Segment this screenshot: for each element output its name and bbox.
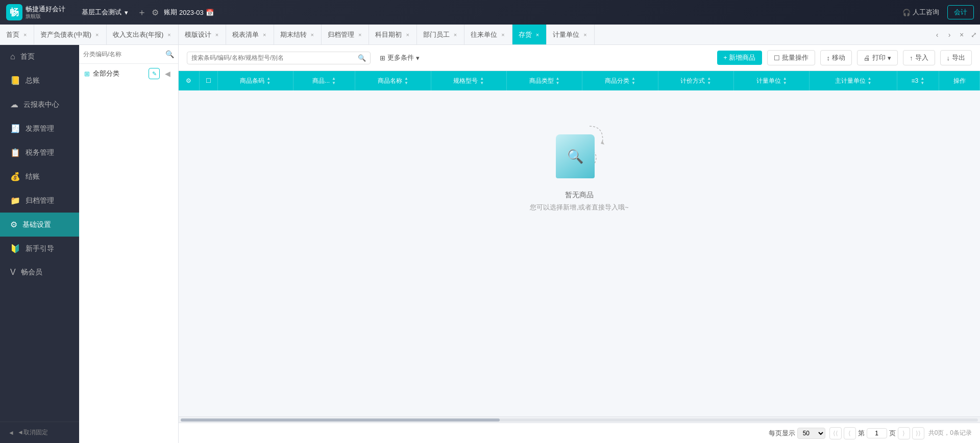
sidebar-item-archive[interactable]: 📁 归档管理 [0, 189, 79, 213]
guide-icon: 🔰 [10, 244, 20, 253]
sort-col3-icon: ▲▼ [920, 76, 924, 85]
tab-expand-button[interactable]: ⤢ [968, 25, 980, 45]
toolbar: 🔍 ⊞ 更多条件 ▾ + 新增商品 ☐ 批量操作 [179, 45, 980, 71]
th-checkbox[interactable]: ☐ [199, 71, 217, 90]
sidebar-item-settle[interactable]: 💰 结账 [0, 165, 79, 189]
sidebar-item-member[interactable]: V 畅会员 [0, 261, 79, 284]
filter-icon: ⊞ [380, 54, 385, 62]
page-navigation: ⟨⟨ ⟨ 第 页 ⟩ ⟩⟩ [829, 427, 924, 439]
tab-close-template[interactable]: × [214, 32, 219, 38]
export-button[interactable]: ↓ 导出 [940, 50, 972, 65]
th-unit[interactable]: 计量单位 ▲▼ [733, 71, 809, 90]
th-code[interactable]: 商品... ▲▼ [293, 71, 355, 90]
tab-archive[interactable]: 归档管理 × [322, 25, 369, 44]
add-tab-button[interactable]: ＋ [137, 6, 146, 18]
import-button[interactable]: ↑ 导入 [903, 50, 935, 65]
ledger-icon: 📒 [10, 76, 20, 85]
all-category-item[interactable]: ⊞ 全部分类 ✎ ◀ [79, 64, 178, 83]
tab-close-taxclear[interactable]: × [262, 32, 267, 38]
th-name[interactable]: 商品名称 ▲▼ [355, 71, 431, 90]
tab-close-subjectinit[interactable]: × [405, 32, 410, 38]
tab-close-home[interactable]: × [22, 32, 28, 38]
member-icon: V [10, 268, 16, 277]
settings-icon: ⚙ [10, 220, 17, 229]
company-selector[interactable]: 基层工会测试 ▾ [78, 6, 132, 19]
horizontal-scrollbar[interactable] [179, 416, 980, 423]
tab-close-contacts[interactable]: × [500, 32, 505, 38]
tab-income[interactable]: 收入支出表(年报) × [107, 25, 179, 44]
last-page-button[interactable]: ⟩⟩ [912, 427, 924, 439]
total-records: 共0页，0条记录 [928, 429, 972, 437]
calendar-icon[interactable]: 📅 [206, 9, 214, 16]
tab-bar: 首页 × 资产负债表(中期) × 收入支出表(年报) × 模版设计 × 税表清单… [0, 25, 980, 45]
next-page-button[interactable]: ⟩ [898, 427, 910, 439]
page-number-input[interactable] [867, 428, 887, 438]
tab-balance[interactable]: 资产负债表(中期) × [34, 25, 106, 44]
print-button[interactable]: 🖨 打印 ▾ [857, 50, 898, 65]
tab-subjectinit[interactable]: 科目期初 × [369, 25, 416, 44]
th-main-unit[interactable]: 主计量单位 ▲▼ [810, 71, 897, 90]
prev-page-button[interactable]: ⟨ [844, 427, 856, 439]
tab-close-inventory[interactable]: × [535, 32, 540, 38]
sidebar-item-tax[interactable]: 📋 税务管理 [0, 141, 79, 165]
category-edit-button[interactable]: ✎ [149, 68, 160, 79]
category-search-input[interactable] [83, 51, 163, 58]
add-product-button[interactable]: + 新增商品 [717, 51, 762, 65]
tab-close-deptstaff[interactable]: × [453, 32, 458, 38]
app-logo-icon: 畅 [6, 4, 22, 20]
sidebar-item-home[interactable]: ⌂ 首页 [0, 45, 79, 68]
tab-close-archive[interactable]: × [357, 32, 362, 38]
sort-barcode-icon: ▲▼ [266, 76, 271, 85]
th-spec[interactable]: 规格型号 ▲▼ [431, 71, 506, 90]
print-dropdown-icon: ▾ [888, 54, 891, 62]
settings-icon-button[interactable]: ⚙ [152, 8, 159, 17]
tab-close-all-button[interactable]: × [955, 25, 968, 45]
tab-unit[interactable]: 计量单位 × [547, 25, 594, 44]
tab-close-periodend[interactable]: × [310, 32, 315, 38]
category-collapse-button[interactable]: ◀ [162, 68, 173, 79]
tab-taxclear[interactable]: 税表清单 × [226, 25, 274, 44]
page-size-select[interactable]: 50 20 100 200 [797, 428, 825, 439]
tab-inventory[interactable]: 存货 × [512, 25, 547, 44]
th-type[interactable]: 商品类型 ▲▼ [506, 71, 582, 90]
th-barcode[interactable]: 商品条码 ▲▼ [217, 71, 293, 90]
sidebar-unpin-button[interactable]: ◄ ◄取消固定 [0, 422, 79, 443]
tab-home[interactable]: 首页 × [0, 25, 34, 44]
sidebar-item-reports[interactable]: ☁ 云报表中心 [0, 92, 79, 116]
tab-close-income[interactable]: × [166, 32, 172, 38]
scrollbar-thumb[interactable] [181, 418, 500, 422]
right-content: 🔍 ⊞ 更多条件 ▾ + 新增商品 ☐ 批量操作 [179, 45, 980, 443]
tab-template[interactable]: 模版设计 × [179, 25, 226, 44]
account-button[interactable]: 会计 [947, 5, 974, 19]
category-search-icon[interactable]: 🔍 [165, 50, 174, 58]
more-filter-button[interactable]: ⊞ 更多条件 ▾ [376, 51, 424, 64]
move-icon: ↕ [827, 54, 830, 62]
empty-title: 暂无商品 [565, 191, 594, 200]
sidebar-item-guide[interactable]: 🔰 新手引导 [0, 237, 79, 261]
sidebar-item-ledger[interactable]: 📒 总账 [0, 68, 79, 92]
sidebar-item-invoice[interactable]: 🧾 发票管理 [0, 116, 79, 141]
headset-icon: 🎧 [902, 9, 911, 16]
first-page-button[interactable]: ⟨⟨ [829, 427, 842, 439]
sidebar: ⌂ 首页 📒 总账 ☁ 云报表中心 🧾 发票管理 📋 税务管理 💰 结账 📁 归… [0, 45, 79, 443]
th-price-method[interactable]: 计价方式 ▲▼ [658, 71, 733, 90]
tab-close-balance[interactable]: × [94, 32, 100, 38]
tab-periodend[interactable]: 期末结转 × [274, 25, 322, 44]
tab-close-unit[interactable]: × [582, 32, 587, 38]
move-button[interactable]: ↕ 移动 [820, 50, 852, 65]
tab-scroll-right-button[interactable]: › [943, 25, 955, 45]
th-category[interactable]: 商品分类 ▲▼ [582, 71, 658, 90]
product-search-input[interactable] [191, 54, 355, 61]
tab-deptstaff[interactable]: 部门员工 × [417, 25, 464, 44]
tab-scroll-left-button[interactable]: ‹ [931, 25, 943, 45]
tab-contacts[interactable]: 往来单位 × [464, 25, 512, 44]
ai-consult-button[interactable]: 🎧 人工咨询 [898, 6, 943, 19]
sidebar-item-settings[interactable]: ⚙ 基础设置 [0, 213, 79, 237]
th-col3[interactable]: ≡3 ▲▼ [897, 71, 939, 90]
search-icon[interactable]: 🔍 [358, 54, 366, 62]
th-config[interactable]: ⚙ [179, 71, 199, 90]
empty-illustration: 🔍 [549, 121, 610, 182]
app-name: 畅捷通好会计 旗舰版 [26, 5, 65, 19]
scrollbar-track [181, 418, 978, 422]
batch-ops-button[interactable]: ☐ 批量操作 [767, 50, 815, 65]
